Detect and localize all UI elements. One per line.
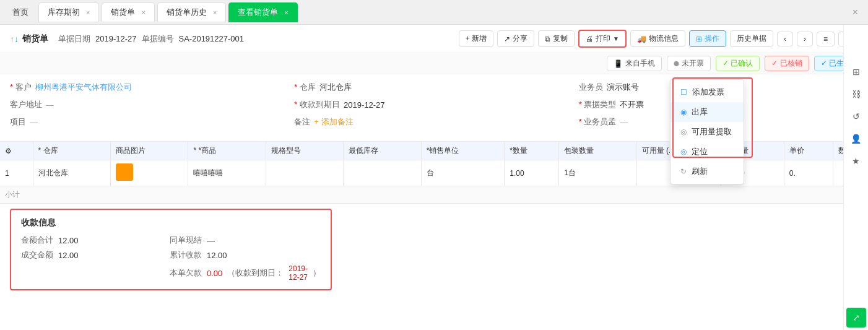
sidebar-user-icon[interactable]: 👤 bbox=[846, 129, 866, 149]
sidebar-star-icon[interactable]: ★ bbox=[846, 151, 866, 171]
dropdown-available-qty[interactable]: ◎ 可用量提取 bbox=[671, 122, 744, 142]
new-label: + 新增 bbox=[466, 33, 487, 44]
next-button[interactable]: › bbox=[797, 32, 813, 46]
tab-sales-history[interactable]: 销货单历史 × bbox=[157, 2, 226, 22]
refresh-icon: ↻ bbox=[680, 167, 687, 176]
payment-info-box: 收款信息 金额合计 12.00 成交金额 12.00 同单现结 — 累计收款 bbox=[10, 209, 332, 290]
confirmed-button[interactable]: ✓ 已确认 bbox=[716, 56, 760, 71]
col-qty: *数量 bbox=[505, 142, 559, 160]
sidebar-link-icon[interactable]: ⛓ bbox=[846, 84, 866, 104]
col-gear: ⚙ bbox=[0, 142, 33, 160]
tab-home[interactable]: 首页 bbox=[5, 3, 36, 22]
history-button[interactable]: 历史单据 bbox=[730, 30, 773, 47]
ticket-value: 不开票 bbox=[620, 99, 644, 110]
locate-icon: ◎ bbox=[680, 147, 687, 156]
tab-inventory-label: 库存期初 bbox=[48, 7, 80, 18]
logistics-button[interactable]: 🚚 物流信息 bbox=[630, 30, 685, 47]
add-note-button[interactable]: 添加备注 bbox=[314, 116, 353, 128]
dropdown-add-invoice[interactable]: ☐ 添加发票 bbox=[671, 82, 744, 102]
owed-row: 本单欠款 0.00 （收款到期日： 2019-12-27 ） bbox=[170, 264, 321, 282]
tab-sales[interactable]: 销货单 × bbox=[102, 2, 154, 22]
dropdown-locate[interactable]: ◎ 定位 bbox=[671, 142, 744, 162]
owed-end: ） bbox=[313, 267, 321, 279]
from-phone-button[interactable]: 📱 来自手机 bbox=[607, 56, 662, 71]
toolbar: + 新增 ↗ 分享 ⧉ 复制 🖨 打印 ▼ 🚚 物流信息 ⊞ 操作 bbox=[459, 30, 858, 48]
print-dropdown-arrow: ▼ bbox=[613, 35, 619, 42]
copy-button[interactable]: ⧉ 复制 bbox=[538, 30, 575, 47]
tab-inventory-close[interactable]: × bbox=[86, 9, 90, 16]
sidebar-rotate-icon[interactable]: ↺ bbox=[846, 106, 866, 126]
row-product: 嘻嘻嘻嘻 bbox=[188, 160, 266, 186]
print-button[interactable]: 🖨 打印 ▼ bbox=[578, 30, 627, 48]
total-row: 金额合计 12.00 bbox=[21, 235, 160, 246]
next-icon: › bbox=[804, 35, 806, 43]
col-pack-qty: 包装数量 bbox=[559, 142, 636, 160]
cancelled-button[interactable]: ✓ 已核销 bbox=[765, 56, 809, 71]
copy-label: 复制 bbox=[553, 33, 568, 44]
logistics-label: 物流信息 bbox=[649, 33, 679, 44]
right-sidebar: ⊞ ⛓ ↺ 👤 ★ ⤢ bbox=[843, 25, 868, 330]
note-field: 备注 添加备注 bbox=[294, 116, 573, 128]
col-unit: *销售单位 bbox=[421, 142, 504, 160]
warehouse-value: 河北仓库 bbox=[319, 82, 352, 93]
available-qty-label: 可用量提取 bbox=[692, 126, 732, 137]
dropdown-outbound[interactable]: ◉ 出库 bbox=[671, 102, 744, 122]
tab-bar: 首页 库存期初 × 销货单 × 销货单历史 × 查看销货单 × × bbox=[0, 0, 868, 25]
note-label: 备注 bbox=[294, 116, 310, 128]
row-min-stock bbox=[344, 160, 421, 186]
date-label: 单据日期 bbox=[58, 33, 90, 45]
left-col: 金额合计 12.00 成交金额 12.00 bbox=[21, 235, 160, 282]
view-list-button[interactable]: ≡ bbox=[817, 32, 835, 46]
address-value: — bbox=[46, 100, 54, 110]
cumulative-row: 累计收款 12.00 bbox=[170, 250, 321, 261]
customer-value[interactable]: 柳州粤港平安气体有限公司 bbox=[35, 82, 132, 93]
row-spec bbox=[266, 160, 343, 186]
subtotal-label: 小计 bbox=[0, 186, 868, 204]
sidebar-expand-icon[interactable]: ⤢ bbox=[846, 308, 866, 328]
locate-label: 定位 bbox=[692, 146, 708, 157]
tab-sales-close[interactable]: × bbox=[141, 9, 145, 16]
col-min-stock: 最低库存 bbox=[344, 142, 421, 160]
payment-info-grid: 金额合计 12.00 成交金额 12.00 同单现结 — 累计收款 12.00 bbox=[21, 235, 321, 282]
total-label: 金额合计 bbox=[21, 235, 53, 246]
owed-note: （收款到期日： bbox=[227, 267, 284, 279]
operations-button[interactable]: ⊞ 操作 bbox=[689, 30, 726, 47]
share-button[interactable]: ↗ 分享 bbox=[497, 30, 534, 47]
dropdown-refresh[interactable]: ↻ 刷新 bbox=[671, 162, 744, 181]
tab-view-sales[interactable]: 查看销货单 × bbox=[228, 2, 297, 22]
payment-date-value: 2019-12-27 bbox=[344, 100, 385, 110]
share-icon: ↗ bbox=[504, 35, 510, 43]
available-qty-icon: ◎ bbox=[680, 128, 687, 136]
copy-icon: ⧉ bbox=[545, 35, 550, 43]
tab-view-sales-label: 查看销货单 bbox=[238, 7, 278, 18]
add-invoice-label: 添加发票 bbox=[692, 87, 724, 98]
address-field: 客户地址 — bbox=[10, 99, 289, 110]
row-warehouse: 河北仓库 bbox=[33, 160, 110, 186]
deal-amount-label: 成交金额 bbox=[21, 250, 53, 261]
tab-sales-history-close[interactable]: × bbox=[213, 9, 217, 16]
number-label: 单据编号 bbox=[142, 33, 174, 45]
salesperson-label: 业务员 bbox=[579, 82, 603, 93]
tab-inventory[interactable]: 库存期初 × bbox=[38, 2, 99, 22]
salesperson2-label: 业务员孟 bbox=[579, 116, 617, 128]
payment-date-label: 收款到期日 bbox=[294, 99, 340, 110]
address-label: 客户地址 bbox=[10, 99, 42, 110]
salesperson-value: 演示账号 bbox=[607, 82, 639, 93]
owed-label: 本单欠款 bbox=[170, 267, 202, 279]
tab-view-sales-close[interactable]: × bbox=[284, 9, 288, 16]
secondary-toolbar: 📱 来自手机 未开票 ✓ 已确认 ✓ 已核销 ✓ 已生效 bbox=[0, 53, 868, 74]
tab-bar-close[interactable]: × bbox=[848, 7, 863, 18]
sidebar-table-icon[interactable]: ⊞ bbox=[846, 62, 866, 82]
main-content: ↑↓ 销货单 单据日期 2019-12-27 单据编号 SA-20191227-… bbox=[0, 25, 868, 330]
row-unit: 台 bbox=[421, 160, 504, 186]
row-pack-qty: 1台 bbox=[559, 160, 636, 186]
new-button[interactable]: + 新增 bbox=[459, 30, 493, 47]
project-label: 项目 bbox=[10, 116, 26, 128]
col-warehouse: * 仓库 bbox=[33, 142, 110, 160]
not-open-button[interactable]: 未开票 bbox=[667, 56, 711, 71]
prev-icon: ‹ bbox=[784, 35, 786, 43]
number-value: SA-20191227-001 bbox=[179, 34, 245, 43]
prev-button[interactable]: ‹ bbox=[777, 32, 793, 46]
history-label: 历史单据 bbox=[737, 33, 766, 44]
cumulative-value: 12.00 bbox=[207, 251, 227, 260]
